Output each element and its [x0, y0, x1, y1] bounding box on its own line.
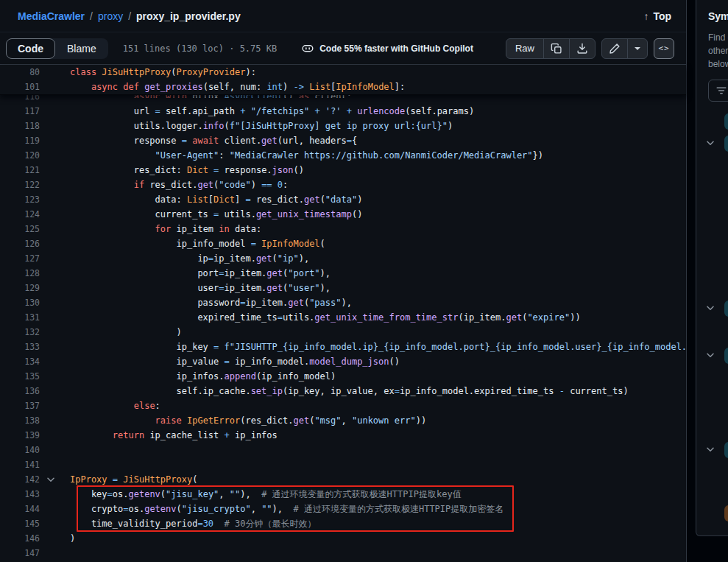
download-button[interactable]: [569, 39, 595, 58]
line-number[interactable]: 127: [0, 251, 44, 266]
line-number[interactable]: 131: [0, 310, 44, 325]
copy-button[interactable]: [543, 39, 569, 58]
line-number[interactable]: 123: [0, 192, 44, 207]
caret-down-icon: [635, 47, 640, 50]
fold-spacer: [44, 281, 57, 295]
line-number[interactable]: 146: [0, 531, 44, 546]
line-number[interactable]: 147: [0, 546, 44, 561]
code-text: current_ts = utils.get_unix_timestamp(): [57, 207, 686, 222]
line-number[interactable]: 132: [0, 325, 44, 340]
line-number[interactable]: 120: [0, 148, 44, 163]
fold-spacer: [44, 80, 57, 94]
code-text: for ip_item in data:: [57, 222, 686, 236]
code-line: 142IpProxy = JiSuHttpProxy(: [0, 472, 686, 487]
code-line: 123 data: List[Dict] = res_dict.get("dat…: [0, 192, 686, 207]
tab-code[interactable]: Code: [6, 38, 55, 59]
symbol-pill[interactable]: [724, 113, 728, 130]
symbol-pill[interactable]: [724, 348, 728, 364]
code-text: res_dict: Dict = response.json(): [57, 163, 686, 178]
line-number[interactable]: 143: [0, 487, 44, 502]
code-line: 101 async def get_proxies(self, num: int…: [0, 80, 686, 94]
line-number[interactable]: 133: [0, 340, 44, 354]
code-line: 121 res_dict: Dict = response.json(): [0, 163, 686, 178]
raw-actions-group: Raw: [506, 38, 596, 59]
fold-spacer: [44, 340, 57, 354]
chevron-down-icon[interactable]: [707, 306, 714, 311]
fold-spacer: [44, 236, 57, 251]
code-text: self.ip_cache.set_ip(ip_key, ip_value, e…: [57, 384, 686, 398]
breadcrumb: MediaCrawler / proxy / proxy_ip_provider…: [0, 0, 686, 32]
code-text: url = self.api_path + "/fetchips" + '?' …: [57, 104, 686, 119]
symbols-panel-toggle[interactable]: <>: [654, 38, 674, 59]
edit-dropdown-button[interactable]: [627, 39, 647, 58]
line-number[interactable]: 134: [0, 354, 44, 369]
line-number[interactable]: 142: [0, 472, 44, 487]
line-number[interactable]: 128: [0, 266, 44, 281]
line-number[interactable]: 144: [0, 502, 44, 516]
code-line: 131 expired_time_ts=utils.get_unix_time_…: [0, 310, 686, 325]
line-number[interactable]: 122: [0, 178, 44, 192]
code-line: 138 raise IpGetError(res_dict.get("msg",…: [0, 413, 686, 428]
symbols-description-line: other symbols in this file by clicking a…: [708, 44, 728, 57]
line-number[interactable]: 124: [0, 207, 44, 222]
sticky-lines: 80class JiSuHttpProxy(ProxyProvider):101…: [0, 65, 686, 95]
breadcrumb-repo-link[interactable]: MediaCrawler: [18, 10, 85, 22]
breadcrumb-folder-link[interactable]: proxy: [98, 10, 123, 22]
chevron-down-icon[interactable]: [707, 447, 714, 452]
copy-icon: [551, 43, 562, 55]
code-text: expired_time_ts=utils.get_unix_time_from…: [57, 310, 686, 325]
line-number[interactable]: 101: [0, 80, 44, 94]
code-line: 134 ip_value = ip_info_model.model_dump_…: [0, 354, 686, 369]
line-number[interactable]: 116: [0, 95, 44, 98]
chevron-down-icon[interactable]: [707, 353, 714, 358]
symbol-pill[interactable]: [724, 442, 728, 458]
line-number[interactable]: 118: [0, 119, 44, 133]
raw-button[interactable]: Raw: [506, 39, 543, 58]
fold-spacer: [44, 95, 57, 98]
code-text: ): [57, 325, 686, 340]
symbol-pill[interactable]: [724, 136, 728, 152]
fold-spacer: [44, 354, 57, 369]
line-number[interactable]: 121: [0, 163, 44, 178]
symbols-description-line: below.: [708, 57, 728, 71]
symbol-pill[interactable]: [724, 301, 728, 317]
fold-spacer: [44, 133, 57, 148]
code-line: 122 if res_dict.get("code") == 0:: [0, 178, 686, 192]
symbol-pill[interactable]: [724, 505, 728, 521]
tab-blame[interactable]: Blame: [55, 38, 108, 59]
line-number[interactable]: 140: [0, 443, 44, 457]
code-line: 120 "User-Agent": "MediaCrawler https://…: [0, 148, 686, 163]
code-text: ip_value = ip_info_model.model_dump_json…: [57, 354, 686, 369]
back-to-top-button[interactable]: ↑ Top: [643, 10, 671, 22]
fold-spacer: [44, 516, 57, 531]
line-number[interactable]: 141: [0, 457, 44, 472]
code-line: 128 port=ip_item.get("port"),: [0, 266, 686, 281]
symbols-panel-description: Find definitions and references for func…: [708, 31, 728, 71]
code-line: 139 return ip_cache_list + ip_infos: [0, 428, 686, 443]
line-number[interactable]: 138: [0, 413, 44, 428]
line-number[interactable]: 139: [0, 428, 44, 443]
code-text: IpProxy = JiSuHttpProxy(: [57, 472, 686, 487]
line-number[interactable]: 126: [0, 236, 44, 251]
fold-spacer: [44, 457, 57, 472]
code-text: ip_key = f"JISUHTTP_{ip_info_model.ip}_{…: [57, 340, 686, 354]
line-number[interactable]: 117: [0, 104, 44, 119]
code-line: 141: [0, 457, 686, 472]
chevron-down-icon[interactable]: [707, 141, 714, 146]
line-number[interactable]: 80: [0, 65, 44, 80]
fold-chevron-icon[interactable]: [44, 472, 57, 487]
edit-button[interactable]: [602, 39, 627, 58]
line-number[interactable]: 145: [0, 516, 44, 531]
code-line: 133 ip_key = f"JISUHTTP_{ip_info_model.i…: [0, 340, 686, 354]
code-text: raise IpGetError(res_dict.get("msg", "un…: [57, 413, 686, 428]
line-number[interactable]: 135: [0, 369, 44, 384]
copilot-banner: Code 55% faster with GitHub Copilot: [302, 43, 473, 55]
code-text: response = await client.get(url, headers…: [57, 133, 686, 148]
line-number[interactable]: 137: [0, 398, 44, 413]
breadcrumb-file-name: proxy_ip_provider.py: [136, 10, 241, 22]
line-number[interactable]: 125: [0, 222, 44, 236]
line-number[interactable]: 129: [0, 281, 44, 295]
line-number[interactable]: 136: [0, 384, 44, 398]
line-number[interactable]: 119: [0, 133, 44, 148]
line-number[interactable]: 130: [0, 295, 44, 310]
